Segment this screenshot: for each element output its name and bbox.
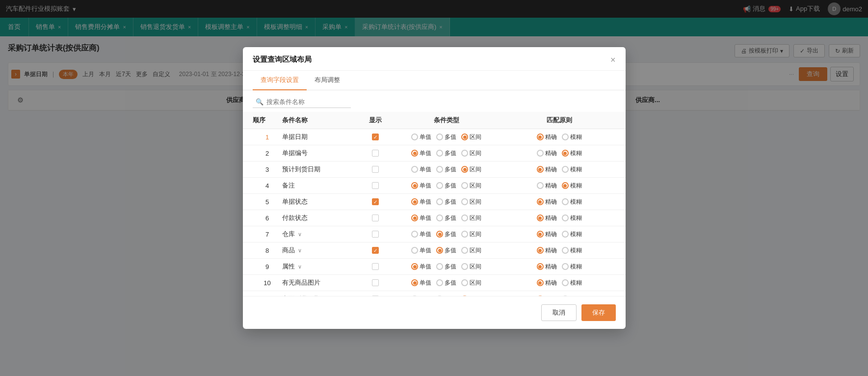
type-radio-multi[interactable]: 多值 (436, 133, 456, 141)
match-radio-exact[interactable]: 精确 (537, 279, 557, 287)
modal-tab-query-fields[interactable]: 查询字段设置 (253, 71, 307, 90)
display-checkbox[interactable] (372, 182, 379, 189)
type-radio-single[interactable]: 单值 (411, 246, 431, 255)
type-radio-range[interactable]: 区间 (461, 279, 481, 287)
modal-tab-layout[interactable]: 布局调整 (307, 71, 348, 90)
type-radio-single[interactable]: 单值 (411, 165, 431, 174)
row-type-group: 单值 多值 区间 (390, 279, 503, 287)
match-radio-exact[interactable]: 精确 (537, 182, 557, 190)
match-radio-exact[interactable]: 精确 (537, 295, 557, 296)
radio-circle-range (461, 166, 468, 173)
type-radio-range[interactable]: 区间 (461, 230, 481, 239)
radio-circle-single (411, 295, 418, 296)
table-row: 3 预计到货日期 单值 多值 区间 精确 模糊 (243, 161, 626, 178)
modal-close-btn[interactable]: × (610, 55, 616, 64)
radio-circle-multi (436, 198, 443, 205)
type-radio-range[interactable]: 区间 (461, 198, 481, 206)
row-order: 6 (253, 215, 282, 222)
type-radio-single[interactable]: 单值 (411, 149, 431, 158)
type-radio-multi[interactable]: 多值 (436, 165, 456, 174)
row-match-group: 精确 模糊 (503, 182, 616, 190)
display-checkbox[interactable] (372, 279, 379, 286)
row-type-group: 单值 多值 区间 (390, 133, 503, 141)
radio-fuzzy (562, 279, 569, 286)
radio-circle-range (461, 279, 468, 286)
display-checkbox[interactable] (372, 134, 379, 140)
type-radio-range[interactable]: 区间 (461, 133, 481, 141)
type-radio-range[interactable]: 区间 (461, 165, 481, 174)
type-radio-multi[interactable]: 多值 (436, 246, 456, 255)
table-row: 2 单据编号 单值 多值 区间 精确 模糊 (243, 145, 626, 161)
modal-header: 设置查询区域布局 × (243, 47, 626, 71)
type-radio-single[interactable]: 单值 (411, 295, 431, 296)
row-name: 单据日期 (282, 133, 361, 141)
radio-exact (537, 150, 544, 157)
type-radio-single[interactable]: 单值 (411, 133, 431, 141)
match-radio-exact[interactable]: 精确 (537, 165, 557, 174)
table-row: 6 付款状态 单值 多值 区间 精确 模糊 (243, 210, 626, 226)
save-btn[interactable]: 保存 (581, 304, 616, 321)
display-checkbox[interactable] (372, 166, 379, 173)
search-input[interactable] (266, 98, 340, 106)
display-checkbox[interactable] (372, 263, 379, 270)
match-radio-fuzzy[interactable]: 模糊 (562, 295, 582, 296)
type-radio-multi[interactable]: 多值 (436, 149, 456, 158)
type-radio-multi[interactable]: 多值 (436, 198, 456, 206)
display-checkbox[interactable] (372, 215, 379, 221)
row-order: 2 (253, 150, 282, 157)
type-radio-single[interactable]: 单值 (411, 263, 431, 271)
radio-circle-range (461, 247, 468, 254)
row-display-col (361, 166, 390, 173)
type-radio-range[interactable]: 区间 (461, 214, 481, 222)
display-checkbox[interactable] (372, 295, 379, 296)
match-radio-fuzzy[interactable]: 模糊 (562, 279, 582, 287)
display-checkbox[interactable] (372, 247, 379, 254)
type-radio-multi[interactable]: 多值 (436, 295, 456, 296)
type-radio-single[interactable]: 单值 (411, 214, 431, 222)
match-radio-exact[interactable]: 精确 (537, 246, 557, 255)
type-radio-range[interactable]: 区间 (461, 295, 481, 296)
match-radio-fuzzy[interactable]: 模糊 (562, 198, 582, 206)
radio-circle-single (411, 150, 418, 157)
match-radio-fuzzy[interactable]: 模糊 (562, 182, 582, 190)
match-radio-fuzzy[interactable]: 模糊 (562, 263, 582, 271)
match-radio-fuzzy[interactable]: 模糊 (562, 133, 582, 141)
match-radio-fuzzy[interactable]: 模糊 (562, 165, 582, 174)
type-radio-multi[interactable]: 多值 (436, 214, 456, 222)
match-radio-fuzzy[interactable]: 模糊 (562, 214, 582, 222)
match-radio-fuzzy[interactable]: 模糊 (562, 246, 582, 255)
type-radio-range[interactable]: 区间 (461, 149, 481, 158)
type-radio-single[interactable]: 单值 (411, 198, 431, 206)
type-radio-range[interactable]: 区间 (461, 182, 481, 190)
row-name: 仓库 ∨ (282, 230, 361, 239)
radio-circle-single (411, 279, 418, 286)
type-radio-multi[interactable]: 多值 (436, 263, 456, 271)
type-radio-multi[interactable]: 多值 (436, 182, 456, 190)
type-radio-multi[interactable]: 多值 (436, 230, 456, 239)
match-radio-fuzzy[interactable]: 模糊 (562, 230, 582, 239)
type-radio-range[interactable]: 区间 (461, 263, 481, 271)
display-checkbox[interactable] (372, 150, 379, 157)
radio-exact (537, 247, 544, 254)
match-radio-exact[interactable]: 精确 (537, 263, 557, 271)
type-radio-single[interactable]: 单值 (411, 279, 431, 287)
match-radio-exact[interactable]: 精确 (537, 198, 557, 206)
display-checkbox[interactable] (372, 198, 379, 205)
match-radio-exact[interactable]: 精确 (537, 230, 557, 239)
type-radio-single[interactable]: 单值 (411, 182, 431, 190)
type-radio-single[interactable]: 单值 (411, 230, 431, 239)
radio-circle-multi (436, 182, 443, 189)
match-radio-exact[interactable]: 精确 (537, 133, 557, 141)
type-radio-range[interactable]: 区间 (461, 246, 481, 255)
row-match-group: 精确 模糊 (503, 295, 616, 296)
type-radio-multi[interactable]: 多值 (436, 279, 456, 287)
match-radio-fuzzy[interactable]: 模糊 (562, 149, 582, 158)
cancel-btn[interactable]: 取消 (541, 304, 577, 321)
match-radio-exact[interactable]: 精确 (537, 149, 557, 158)
display-checkbox[interactable] (372, 231, 379, 238)
search-icon: 🔍 (256, 98, 263, 106)
row-order: 5 (253, 198, 282, 206)
radio-circle-single (411, 215, 418, 221)
match-radio-exact[interactable]: 精确 (537, 214, 557, 222)
radio-exact (537, 215, 544, 221)
